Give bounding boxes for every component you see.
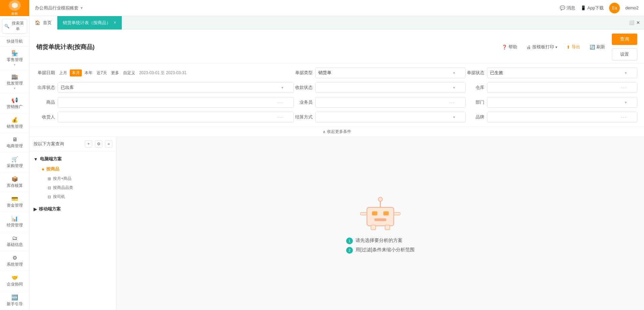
payment-status-filter-item: 收款状态 ▾ bbox=[294, 82, 466, 93]
department-control: ▾ bbox=[487, 97, 637, 108]
doc-status-input[interactable]: 已生效 ▾ bbox=[487, 67, 637, 78]
empty-state-steps: 1 请先选择要分析的方案 2 用[过滤]条件来缩小分析范围 bbox=[346, 238, 415, 256]
date-tab-custom[interactable]: 自定义 bbox=[122, 69, 137, 76]
purchase-icon: 🛒 bbox=[11, 156, 18, 162]
goods-dots: ··· bbox=[277, 100, 283, 105]
left-panel-icons: + ⚙ « bbox=[85, 140, 112, 148]
tab-close-icon[interactable]: ✕ bbox=[113, 20, 116, 25]
sidebar: 标账 🔍 帮助 搜索菜单 快捷导航 🏪 零售管理 🏬 批发管理 📢 营销推广 💰… bbox=[0, 0, 30, 310]
refresh-icon: 🔄 bbox=[590, 45, 595, 50]
app-download-button[interactable]: 📱 App下载 bbox=[581, 5, 604, 11]
settlement-input[interactable]: ▾ bbox=[315, 112, 466, 122]
message-button[interactable]: 💬 消息 bbox=[560, 5, 575, 11]
left-panel-add-button[interactable]: + bbox=[85, 140, 92, 148]
date-tab-lastmonth[interactable]: 上月 bbox=[58, 69, 68, 76]
doc-type-label: 单据类型 bbox=[294, 70, 315, 76]
topbar-dropdown-icon[interactable]: ▾ bbox=[80, 5, 83, 10]
filter-panel: 单据日期 上月 本月 本年 近7天 更多 自定义 2023-03-01 至 20… bbox=[30, 63, 644, 127]
left-panel-collapse-button[interactable]: « bbox=[105, 140, 112, 148]
warehouse-input[interactable]: 已出库 ▾ bbox=[58, 82, 294, 93]
receiver-input[interactable]: ··· bbox=[58, 112, 294, 122]
doc-status-label: 单据状态 bbox=[466, 70, 487, 76]
sidebar-logo[interactable]: 标账 bbox=[0, 0, 29, 16]
help-button[interactable]: ❓ 帮助 bbox=[499, 43, 520, 51]
app-download-label: App下载 bbox=[587, 5, 604, 11]
sidebar-item-sales[interactable]: 💰 销售管理 bbox=[0, 113, 29, 133]
sidebar-item-newcomer-label: 新手引导 bbox=[7, 301, 23, 307]
date-tab-more[interactable]: 更多 bbox=[110, 69, 120, 76]
tree-sub-item-by-month-goods[interactable]: ⊞ 按月+商品 bbox=[34, 174, 112, 183]
sidebar-item-operations[interactable]: 📊 经营管理 bbox=[0, 212, 29, 232]
search-menu-button[interactable]: 🔍 帮助 搜索菜单 bbox=[2, 19, 27, 34]
payment-status-input[interactable]: ▾ bbox=[315, 82, 466, 93]
operations-icon: 📊 bbox=[11, 215, 18, 222]
tree-pc-group-header[interactable]: ▼ 电脑端方案 bbox=[34, 154, 112, 164]
refresh-button[interactable]: 🔄 刷新 bbox=[587, 43, 608, 51]
sidebar-item-enterprise[interactable]: 🤝 企业协同 bbox=[0, 271, 29, 291]
sidebar-item-basic[interactable]: 🗂 基础信息 bbox=[0, 232, 29, 251]
tree-mobile-expand-icon: ▶ bbox=[34, 207, 37, 212]
sidebar-item-wholesale[interactable]: 🏬 批发管理 bbox=[0, 70, 29, 94]
topbar-actions: 💬 消息 📱 App下载 Ea demo2 bbox=[560, 3, 639, 13]
sidebar-item-marketing[interactable]: 📢 营销推广 bbox=[0, 94, 29, 113]
warehouse-label: 出库状态 bbox=[36, 85, 58, 91]
doc-type-input[interactable]: 销货单 ▾ bbox=[315, 67, 466, 78]
payment-status-label: 收款状态 bbox=[294, 85, 315, 91]
filter-row-4: 收货人 ··· 结算方式 ▾ bbox=[36, 112, 637, 122]
salesperson-input[interactable]: ··· bbox=[315, 97, 466, 108]
storage-input[interactable]: ··· bbox=[487, 82, 637, 93]
add-icon: + bbox=[87, 142, 90, 146]
sidebar-item-newcomer[interactable]: 🆕 新手引导 bbox=[0, 291, 29, 310]
query-button[interactable]: 查询 bbox=[612, 34, 637, 45]
sidebar-item-retail[interactable]: 🏪 零售管理 bbox=[0, 47, 29, 70]
tab-expand-button[interactable]: ⬜ ✕ bbox=[625, 16, 644, 30]
warehouse-dropdown-icon: ▾ bbox=[281, 86, 283, 90]
sidebar-item-inventory[interactable]: 📦 库存核算 bbox=[0, 172, 29, 192]
date-tab-7days[interactable]: 近7天 bbox=[95, 69, 108, 76]
collapse-bar[interactable]: ∧ 收起更多条件 bbox=[30, 127, 644, 137]
date-tab-thisyear[interactable]: 本年 bbox=[83, 69, 94, 76]
payment-status-control: ▾ bbox=[315, 82, 466, 93]
doc-status-filter-item: 单据状态 已生效 ▾ bbox=[466, 67, 637, 78]
svg-rect-1 bbox=[372, 211, 377, 215]
body-area: 按以下方案查询 + ⚙ « bbox=[30, 137, 644, 310]
empty-state-step-2: 2 用[过滤]条件来缩小分析范围 bbox=[346, 247, 415, 254]
receiver-label: 收货人 bbox=[36, 114, 58, 120]
date-filter-item: 单据日期 上月 本月 本年 近7天 更多 自定义 2023-03-01 至 20… bbox=[36, 69, 294, 76]
tab-sales-stat[interactable]: 销货单统计表（按商品） ✕ bbox=[57, 16, 122, 30]
search-label: 搜索菜单 bbox=[11, 20, 25, 32]
message-icon: 💬 bbox=[560, 5, 565, 10]
warehouse-control: 已出库 ▾ bbox=[58, 82, 294, 93]
sidebar-item-system[interactable]: ⚙ 系统管理 bbox=[0, 251, 29, 271]
tree-pc-group: ▼ 电脑端方案 ● 按商品 ⊞ 按月+商品 ⊟ bbox=[30, 154, 116, 201]
print-button[interactable]: 🖨 按模板打印 ▾ bbox=[524, 43, 560, 51]
tree-item-by-goods[interactable]: ● 按商品 bbox=[34, 164, 112, 174]
brand-label: 品牌 bbox=[466, 114, 487, 120]
left-panel-header: 按以下方案查询 + ⚙ « bbox=[30, 137, 116, 151]
expand-icon: ⬜ bbox=[629, 20, 634, 25]
date-tab-thismonth[interactable]: 本月 bbox=[70, 69, 82, 76]
search-icon: 🔍 bbox=[4, 24, 9, 29]
left-panel-settings-button[interactable]: ⚙ bbox=[95, 140, 102, 148]
sidebar-item-finance[interactable]: 💳 资金管理 bbox=[0, 192, 29, 212]
tree-pc-group-label: 电脑端方案 bbox=[40, 156, 62, 162]
sidebar-item-basic-label: 基础信息 bbox=[7, 242, 23, 248]
tree-sub-item-by-month-goods-icon: ⊞ bbox=[48, 176, 51, 181]
sidebar-item-purchase[interactable]: 🛒 采购管理 bbox=[0, 153, 29, 172]
goods-input[interactable]: ··· bbox=[58, 97, 294, 108]
brand-input[interactable]: ··· bbox=[487, 112, 637, 122]
tree-mobile-group-header[interactable]: ▶ 移动端方案 bbox=[34, 204, 112, 214]
tab-home[interactable]: 🏠 首页 bbox=[30, 16, 57, 30]
storage-label: 仓库 bbox=[466, 85, 487, 91]
settings-button[interactable]: 设置 bbox=[612, 48, 637, 60]
department-dropdown-icon: ▾ bbox=[625, 100, 627, 105]
quick-nav[interactable]: 快捷导航 bbox=[0, 37, 29, 47]
export-button[interactable]: ⬆ 导出 bbox=[564, 43, 583, 51]
department-input[interactable]: ▾ bbox=[487, 97, 637, 108]
tree-sub-item-by-goods-category[interactable]: ⊟ 按商品品类 bbox=[34, 183, 112, 192]
user-avatar[interactable]: Ea bbox=[609, 3, 620, 13]
tree-sub-item-by-goods-category-label: 按商品品类 bbox=[53, 185, 73, 191]
tab-home-label: 首页 bbox=[43, 20, 52, 26]
sidebar-item-ecommerce[interactable]: 🖥 电商管理 bbox=[0, 133, 29, 153]
tree-sub-item-by-cashier[interactable]: ⊟ 按司机 bbox=[34, 192, 112, 201]
